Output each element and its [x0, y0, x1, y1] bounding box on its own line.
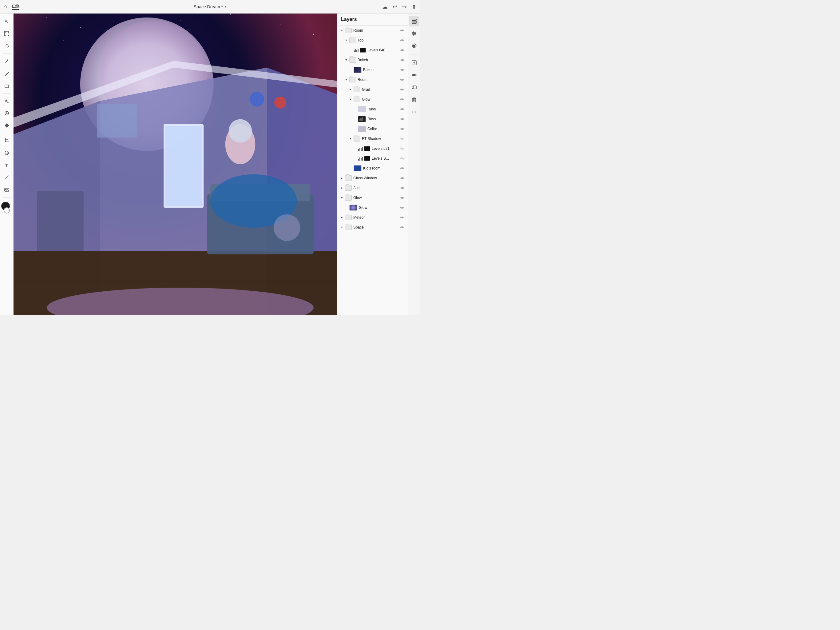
layer-name-label: Levels 640: [368, 48, 398, 52]
layer-item[interactable]: Levels S...: [337, 154, 408, 163]
layer-item[interactable]: Rays: [337, 104, 408, 114]
layer-item[interactable]: Glow: [337, 95, 408, 104]
export-button[interactable]: ⬆: [412, 3, 416, 10]
layer-visibility-toggle[interactable]: [399, 67, 405, 73]
line-tool[interactable]: [1, 172, 12, 183]
layer-visibility-toggle[interactable]: [399, 86, 405, 93]
layer-expand-arrow[interactable]: [340, 186, 344, 190]
layer-expand-arrow[interactable]: [344, 78, 348, 82]
svg-rect-52: [356, 50, 357, 52]
svg-rect-72: [362, 147, 363, 151]
layer-expand-arrow[interactable]: [340, 215, 344, 220]
layer-item[interactable]: ET Shadow: [337, 134, 408, 144]
crop-tool[interactable]: [1, 135, 12, 146]
layer-item[interactable]: Glow: [337, 203, 408, 212]
add-layer-button[interactable]: [409, 57, 419, 68]
transform-tool[interactable]: [1, 28, 12, 40]
layer-visibility-toggle[interactable]: [399, 146, 405, 152]
layer-visibility-toggle[interactable]: [399, 195, 405, 201]
layers-panel-toggle[interactable]: [409, 16, 419, 27]
layer-visibility-toggle[interactable]: [399, 204, 405, 211]
paint-bucket-tool[interactable]: [1, 95, 12, 106]
properties-panel-toggle[interactable]: [409, 28, 419, 39]
visibility-toggle-button[interactable]: [409, 70, 419, 80]
svg-line-13: [5, 176, 9, 179]
layer-visibility-toggle[interactable]: [399, 27, 405, 33]
svg-rect-70: [359, 148, 360, 151]
layer-visibility-toggle[interactable]: [399, 185, 405, 191]
svg-point-86: [401, 217, 403, 218]
layer-expand-arrow[interactable]: [340, 196, 344, 200]
layer-expand-arrow[interactable]: [348, 136, 353, 141]
layer-name-label: Collor: [368, 127, 398, 131]
layer-expand-arrow[interactable]: [340, 225, 344, 230]
svg-rect-37: [165, 126, 202, 206]
layer-item[interactable]: Room: [337, 25, 408, 35]
delete-layer-button[interactable]: [409, 95, 419, 105]
group-layers-button[interactable]: [409, 82, 419, 93]
select-tool[interactable]: ↖: [1, 16, 12, 27]
cloud-save-button[interactable]: ☁: [382, 3, 388, 10]
layer-item[interactable]: Levels 521: [337, 144, 408, 154]
pencil-tool[interactable]: [1, 68, 12, 79]
layer-item[interactable]: Alien: [337, 183, 408, 193]
image-tool[interactable]: [1, 184, 12, 195]
lasso-tool[interactable]: [1, 41, 12, 52]
layer-visibility-toggle[interactable]: [399, 106, 405, 112]
undo-button[interactable]: ↩: [393, 3, 397, 10]
layer-item[interactable]: Kid's room: [337, 163, 408, 173]
edit-tab[interactable]: Edit: [12, 4, 19, 10]
right-toolbar-divider: [410, 54, 418, 54]
home-button[interactable]: ⌂: [4, 3, 7, 10]
layer-item[interactable]: Meteor: [337, 212, 408, 222]
layer-item[interactable]: Bokeh: [337, 55, 408, 65]
title-chevron[interactable]: ▾: [225, 5, 226, 8]
layer-item[interactable]: Collor: [337, 124, 408, 134]
adjustments-panel-toggle[interactable]: [409, 41, 419, 51]
layer-expand-arrow[interactable]: [340, 28, 344, 33]
svg-rect-90: [412, 22, 416, 24]
healing-tool[interactable]: [1, 120, 12, 131]
svg-point-24: [313, 33, 314, 35]
layer-item[interactable]: Bokeh: [337, 65, 408, 75]
eraser-tool[interactable]: [1, 80, 12, 91]
layer-expand-arrow[interactable]: [344, 58, 348, 62]
layer-expand-arrow[interactable]: [348, 97, 353, 101]
layer-visibility-toggle[interactable]: [399, 165, 405, 171]
layer-item[interactable]: Levels 640: [337, 45, 408, 55]
orbit-tool[interactable]: [1, 147, 12, 158]
layer-name-label: Glass Window: [353, 176, 398, 180]
layer-expand-arrow[interactable]: [344, 38, 348, 43]
svg-rect-107: [413, 86, 416, 89]
redo-button[interactable]: ↪: [402, 3, 407, 10]
more-options-button[interactable]: [409, 107, 419, 117]
text-tool[interactable]: T: [1, 160, 12, 171]
layer-item[interactable]: Space: [337, 222, 408, 232]
layer-visibility-toggle[interactable]: [399, 155, 405, 161]
layer-item[interactable]: Top: [337, 35, 408, 45]
layer-visibility-toggle[interactable]: [399, 136, 405, 142]
layer-visibility-toggle[interactable]: [399, 37, 405, 43]
layer-item[interactable]: Grad: [337, 85, 408, 95]
layer-item[interactable]: Rays: [337, 114, 408, 124]
layer-item[interactable]: Glow: [337, 193, 408, 203]
layer-visibility-toggle[interactable]: [399, 126, 405, 132]
layer-visibility-toggle[interactable]: [399, 77, 405, 83]
layer-thumbnail: [358, 106, 366, 112]
layer-expand-arrow[interactable]: [348, 87, 353, 92]
layer-name-label: Alien: [353, 186, 398, 190]
layer-visibility-toggle[interactable]: [399, 57, 405, 63]
layer-item[interactable]: Room: [337, 75, 408, 85]
layer-visibility-toggle[interactable]: [399, 96, 405, 103]
layer-visibility-toggle[interactable]: [399, 214, 405, 220]
layer-visibility-toggle[interactable]: [399, 224, 405, 230]
layer-visibility-toggle[interactable]: [399, 175, 405, 181]
layer-visibility-toggle[interactable]: [399, 47, 405, 53]
layer-visibility-toggle[interactable]: [399, 116, 405, 122]
layer-item[interactable]: Glass Window: [337, 173, 408, 183]
clone-tool[interactable]: [1, 108, 12, 119]
layer-expand-arrow[interactable]: [340, 176, 344, 180]
brush-tool[interactable]: [1, 56, 12, 67]
background-color[interactable]: [4, 207, 10, 214]
svg-point-54: [401, 49, 403, 51]
